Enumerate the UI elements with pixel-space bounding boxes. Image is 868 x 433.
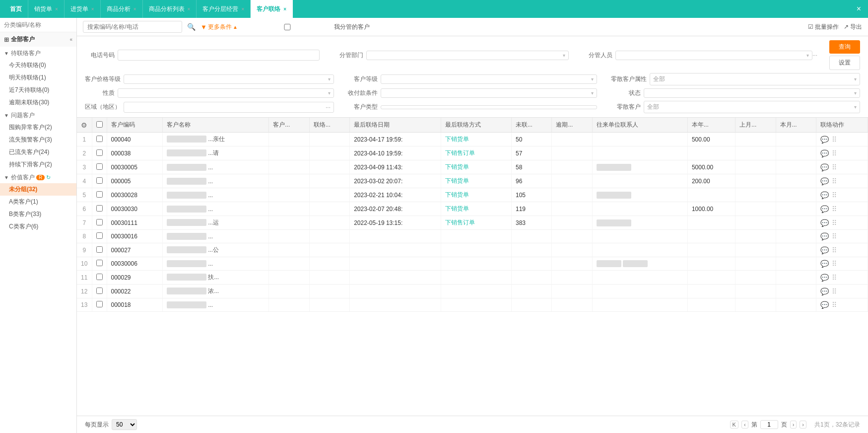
row-checkbox[interactable]: [96, 260, 103, 266]
reset-button[interactable]: 设置: [829, 56, 860, 70]
all-customers-section[interactable]: ⊞ 全部客户 «: [0, 32, 76, 47]
prev-page-btn[interactable]: ‹: [741, 421, 748, 429]
select-cust-type[interactable]: [381, 105, 597, 109]
apps-icon[interactable]: ⠿: [832, 301, 837, 309]
group-value-customers[interactable]: ▼ 价值客户 R ↻: [0, 171, 76, 183]
close-product-list-tab[interactable]: ×: [188, 6, 191, 12]
my-customers-check[interactable]: [243, 24, 332, 30]
select-all-checkbox[interactable]: [96, 121, 103, 128]
sidebar-item-declining[interactable]: 持续下滑客户(2): [0, 158, 76, 171]
page-input[interactable]: [760, 420, 778, 429]
message-icon[interactable]: 💬: [820, 301, 829, 309]
select-region[interactable]: ···: [124, 102, 334, 113]
tab-home[interactable]: 首页: [4, 0, 28, 18]
tab-customer-tier[interactable]: 客户分层经营 ×: [197, 0, 251, 18]
apps-icon[interactable]: ⠿: [832, 246, 837, 254]
settings-icon[interactable]: ⚙: [81, 121, 87, 129]
apps-icon[interactable]: ⠿: [832, 163, 837, 171]
sidebar-item-ungroup[interactable]: 未分组(32): [0, 183, 76, 196]
select-payment[interactable]: ▾: [381, 88, 597, 98]
row-checkbox[interactable]: [96, 232, 103, 239]
select-retail[interactable]: 全部 ▾: [644, 101, 860, 113]
message-icon[interactable]: 💬: [820, 149, 829, 157]
close-customer-tier-tab[interactable]: ×: [241, 6, 244, 12]
row-checkbox[interactable]: [96, 136, 103, 142]
window-close[interactable]: ×: [854, 4, 864, 13]
row-checkbox[interactable]: [96, 301, 103, 307]
tab-product-analysis[interactable]: 商品分析 ×: [101, 0, 143, 18]
method-link[interactable]: 下销货单: [445, 205, 469, 212]
apps-icon[interactable]: ⠿: [832, 288, 837, 295]
select-price-level[interactable]: ▾: [124, 74, 334, 84]
refresh-icon[interactable]: ↻: [46, 174, 51, 181]
method-link[interactable]: 下销货单: [445, 177, 469, 184]
apps-icon[interactable]: ⠿: [832, 149, 837, 157]
row-checkbox[interactable]: [96, 149, 103, 156]
apps-icon[interactable]: ⠿: [832, 205, 837, 213]
method-link[interactable]: 下销货单: [445, 163, 469, 170]
tab-customer-contact[interactable]: 客户联络 ×: [251, 0, 293, 18]
tab-product-list[interactable]: 商品分析列表 ×: [143, 0, 197, 18]
message-icon[interactable]: 💬: [820, 246, 829, 254]
method-link[interactable]: 下销货单: [445, 191, 469, 198]
apps-icon[interactable]: ⠿: [832, 219, 837, 227]
row-checkbox[interactable]: [96, 219, 103, 225]
message-icon[interactable]: 💬: [820, 177, 829, 185]
sidebar-search-input[interactable]: [4, 21, 77, 28]
sidebar-item-lost[interactable]: 已流失客户(24): [0, 146, 76, 158]
row-checkbox[interactable]: [96, 274, 103, 280]
method-link[interactable]: 下销售订单: [445, 149, 475, 156]
my-customers-checkbox[interactable]: 我分管的客户: [243, 23, 370, 31]
select-retail-attr[interactable]: 全部 ▾: [650, 73, 860, 85]
message-icon[interactable]: 💬: [820, 163, 829, 171]
first-page-btn[interactable]: K: [730, 421, 738, 429]
page-size-select[interactable]: 50 100 200: [112, 419, 137, 430]
export-btn[interactable]: ↗ 导出: [844, 23, 862, 31]
select-cust-level[interactable]: ▾: [381, 74, 597, 84]
collapse-sidebar-btn[interactable]: «: [69, 37, 72, 42]
tab-purchase[interactable]: 进货单 ×: [65, 0, 101, 18]
row-checkbox[interactable]: [96, 205, 103, 212]
message-icon[interactable]: 💬: [820, 191, 829, 199]
message-icon[interactable]: 💬: [820, 288, 829, 295]
apps-icon[interactable]: ⠿: [832, 274, 837, 282]
tab-sales[interactable]: 销货单 ×: [28, 0, 65, 18]
message-icon[interactable]: 💬: [820, 136, 829, 144]
sidebar-item-class-c[interactable]: C类客户(6): [0, 220, 76, 233]
row-checkbox[interactable]: [96, 288, 103, 294]
input-phone[interactable]: [118, 50, 320, 61]
sidebar-item-churn-warning[interactable]: 流失预警客户(3): [0, 134, 76, 146]
sidebar-item-7days[interactable]: 近7天待联络(0): [0, 84, 76, 96]
message-icon[interactable]: 💬: [820, 219, 829, 227]
method-link[interactable]: 下销货单: [445, 136, 469, 143]
row-checkbox[interactable]: [96, 163, 103, 170]
row-checkbox[interactable]: [96, 246, 103, 253]
close-purchase-tab[interactable]: ×: [91, 6, 94, 12]
sidebar-item-class-b[interactable]: B类客户(33): [0, 208, 76, 220]
search-input[interactable]: [83, 21, 182, 33]
apps-icon[interactable]: ⠿: [832, 177, 837, 185]
apps-icon[interactable]: ⠿: [832, 136, 837, 144]
close-product-analysis-tab[interactable]: ×: [134, 6, 136, 12]
query-button[interactable]: 查询: [829, 40, 860, 54]
batch-op-btn[interactable]: ☑ 批量操作: [808, 23, 839, 31]
apps-icon[interactable]: ⠿: [832, 260, 837, 268]
group-problem-customers[interactable]: ▼ 问题客户: [0, 109, 76, 121]
sidebar-item-overdue[interactable]: 逾期未联络(30): [0, 96, 76, 109]
row-checkbox[interactable]: [96, 177, 103, 184]
search-icon[interactable]: 🔍: [187, 23, 196, 31]
last-page-btn[interactable]: ›: [800, 421, 806, 429]
close-customer-contact-tab[interactable]: ×: [283, 6, 286, 12]
method-link[interactable]: 下销售订单: [445, 219, 475, 226]
select-manager[interactable]: ▾: [615, 51, 812, 60]
sidebar-item-today[interactable]: 今天待联络(0): [0, 59, 76, 72]
message-icon[interactable]: 💬: [820, 260, 829, 268]
close-sales-tab[interactable]: ×: [55, 6, 58, 12]
select-dept[interactable]: ▾: [366, 51, 568, 60]
select-nature[interactable]: ▾: [118, 88, 334, 98]
sidebar-item-abnormal[interactable]: 囤购异常客户(2): [0, 121, 76, 134]
apps-icon[interactable]: ⠿: [832, 232, 837, 240]
message-icon[interactable]: 💬: [820, 274, 829, 282]
message-icon[interactable]: 💬: [820, 232, 829, 240]
group-pending-contact[interactable]: ▼ 待联络客户: [0, 47, 76, 59]
